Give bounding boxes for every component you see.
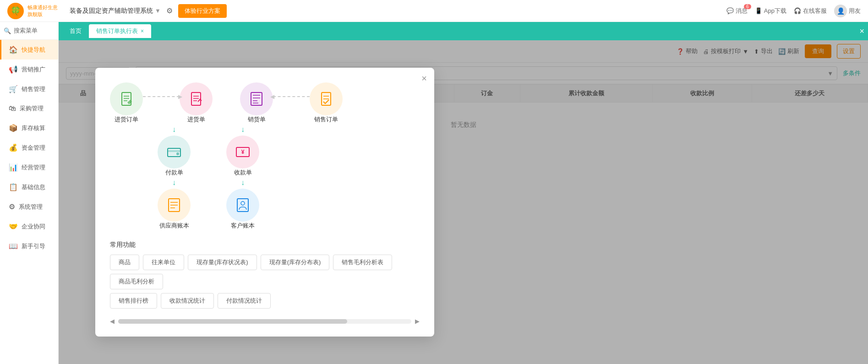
- sidebar-item-operation[interactable]: 📊 经营管理: [0, 158, 58, 177]
- common-btn-stock-status[interactable]: 现存量(库存状况表): [188, 255, 257, 270]
- sidebar-item-system[interactable]: ⚙ 系统管理: [0, 197, 58, 217]
- sidebar-item-newbie[interactable]: 📖 新手引导: [0, 236, 58, 256]
- common-buttons-row2: 销售排行榜 收款情况统计 付款情况统计: [110, 293, 420, 309]
- common-btn-product[interactable]: 商品: [110, 255, 139, 270]
- payment-icon: [158, 136, 191, 168]
- common-buttons-row1: 商品 往来单位 现存量(库存状况表) 现存量(库存分布表) 销售毛利分析表 商品…: [110, 255, 420, 289]
- user-menu[interactable]: 👤 用友: [834, 5, 861, 17]
- trial-button[interactable]: 体验行业方案: [178, 4, 227, 18]
- logo-icon: 🍀: [7, 3, 24, 19]
- message-badge: 6: [744, 4, 751, 9]
- receipt-node[interactable]: ¥ 收款单: [226, 136, 259, 177]
- sidebar-item-marketing[interactable]: 📢 营销推广: [0, 60, 58, 79]
- system-icon: ⚙: [9, 202, 15, 211]
- purchase-bill-icon: [180, 82, 213, 115]
- supplier-account-label: 供应商账本: [159, 222, 189, 230]
- logo-text: 畅康通好生意 旗舰版: [27, 4, 58, 17]
- svg-point-18: [176, 152, 179, 155]
- inventory-icon: 📦: [9, 124, 18, 132]
- svg-point-26: [241, 201, 245, 205]
- modal-dialog: × 进货订: [95, 68, 434, 337]
- customer-account-node[interactable]: 客户账本: [226, 189, 259, 230]
- svg-text:¥: ¥: [241, 149, 245, 155]
- scroll-left-icon[interactable]: ◀: [110, 318, 115, 325]
- top-bar: 🍀 畅康通好生意 旗舰版 装备及固定资产辅助管理系统 ▼ ⚙ 体验行业方案 💬 …: [0, 0, 868, 22]
- cooperation-icon: 🤝: [9, 222, 18, 231]
- common-functions-section: 常用功能 商品 往来单位 现存量(库存状况表) 现存量(库存分布表) 销售毛利分…: [110, 241, 420, 309]
- purchase-bill-label: 进货单: [187, 115, 205, 124]
- page-content: ❓ 帮助 🖨 按模板打印 ▼ ⬆ 导出 🔄: [59, 40, 868, 364]
- common-btn-sales-margin[interactable]: 销售毛利分析表: [333, 255, 392, 270]
- service-icon: 🎧: [794, 7, 801, 14]
- content-area: 首页 销售订单执行表 × × ❓ 帮助: [59, 22, 868, 364]
- basic-icon: 📋: [9, 183, 18, 191]
- download-icon: 📱: [755, 7, 762, 14]
- message-icon: 💬: [726, 7, 734, 14]
- svg-rect-8: [251, 92, 262, 105]
- modal-close-btn[interactable]: ×: [421, 73, 427, 84]
- common-btn-stock-dist[interactable]: 现存量(库存分布表): [261, 255, 330, 270]
- sidebar-item-finance[interactable]: 💰 资金管理: [0, 138, 58, 158]
- svg-rect-4: [191, 92, 201, 105]
- operation-icon: 📊: [9, 163, 18, 172]
- sales-order-node[interactable]: 销售订单: [310, 82, 343, 124]
- logo-area: 🍀 畅康通好生意 旗舰版: [7, 3, 66, 19]
- receipt-label: 收款单: [234, 168, 252, 177]
- sidebar-item-basic-info[interactable]: 📋 基础信息: [0, 177, 58, 197]
- app-download-btn[interactable]: 📱 App下载: [755, 7, 786, 15]
- sales-order-icon: [310, 82, 343, 115]
- common-btn-payment-stats[interactable]: 付款情况统计: [218, 293, 271, 309]
- main-area: 🔍 搜索菜单 🏠 快捷导航 📢 营销推广 🛒 销售管理 🛍 采购管理 📦: [0, 22, 868, 364]
- tab-sales-order[interactable]: 销售订单执行表 ×: [89, 24, 151, 38]
- common-btn-counterpart[interactable]: 往来单位: [143, 255, 184, 270]
- receipt-icon: ¥: [226, 136, 259, 168]
- common-functions-title: 常用功能: [110, 241, 420, 249]
- marketing-icon: 📢: [9, 65, 18, 74]
- scroll-right-icon[interactable]: ▶: [415, 318, 420, 325]
- scrollbar-track[interactable]: [118, 319, 411, 324]
- sales-icon: 🛒: [9, 85, 18, 93]
- flow-diagram: 进货订单 ▶: [110, 82, 420, 230]
- purchase-bill-node[interactable]: 进货单: [180, 82, 213, 124]
- tab-home[interactable]: 首页: [62, 24, 89, 38]
- app-container: 🍀 畅康通好生意 旗舰版 装备及固定资产辅助管理系统 ▼ ⚙ 体验行业方案 💬 …: [0, 0, 868, 364]
- message-btn[interactable]: 💬 消息 6: [726, 7, 748, 15]
- sidebar-item-cooperation[interactable]: 🤝 企业协同: [0, 217, 58, 236]
- common-btn-product-margin[interactable]: 商品毛利分析: [110, 274, 163, 289]
- purchase-order-icon: [110, 82, 143, 115]
- scroll-row: ◀ ▶: [110, 318, 420, 325]
- sales-bill-icon: [240, 82, 273, 115]
- settings-icon[interactable]: ⚙: [166, 6, 173, 15]
- finance-icon: 💰: [9, 143, 18, 152]
- tab-bar-close[interactable]: ×: [859, 27, 864, 36]
- sidebar-item-sales[interactable]: 🛒 销售管理: [0, 79, 58, 99]
- top-right: 💬 消息 6 📱 App下载 🎧 在线客服 👤 用友: [726, 5, 861, 17]
- tab-bar: 首页 销售订单执行表 × ×: [59, 22, 868, 40]
- sidebar-item-quick-nav[interactable]: 🏠 快捷导航: [0, 40, 58, 60]
- purchase-order-node[interactable]: 进货订单: [110, 82, 143, 124]
- supplier-account-node[interactable]: 供应商账本: [158, 189, 191, 230]
- sales-bill-node[interactable]: 销货单: [240, 82, 273, 124]
- dropdown-icon[interactable]: ▼: [155, 7, 161, 14]
- tab-close-icon[interactable]: ×: [141, 28, 144, 34]
- home-icon: 🏠: [9, 45, 18, 54]
- sidebar: 🔍 搜索菜单 🏠 快捷导航 📢 营销推广 🛒 销售管理 🛍 采购管理 📦: [0, 22, 59, 364]
- sidebar-item-purchase[interactable]: 🛍 采购管理: [0, 99, 58, 118]
- svg-rect-16: [168, 148, 180, 157]
- newbie-icon: 📖: [9, 242, 18, 250]
- scrollbar-thumb: [118, 319, 347, 324]
- common-btn-receipt-stats[interactable]: 收款情况统计: [161, 293, 214, 309]
- customer-account-icon: [226, 189, 259, 222]
- sales-order-label: 销售订单: [314, 115, 338, 124]
- system-title: 装备及固定资产辅助管理系统: [70, 7, 153, 15]
- payment-node[interactable]: 付款单: [158, 136, 191, 177]
- modal-overlay: × 进货订: [59, 40, 868, 364]
- avatar: 👤: [834, 5, 847, 17]
- common-btn-sales-rank[interactable]: 销售排行榜: [110, 293, 157, 309]
- supplier-account-icon: [158, 189, 191, 222]
- search-menu-btn[interactable]: 🔍 搜索菜单: [0, 22, 58, 40]
- svg-rect-17: [168, 150, 180, 152]
- online-service-btn[interactable]: 🎧 在线客服: [794, 7, 827, 15]
- purchase-icon: 🛍: [9, 104, 16, 113]
- sidebar-item-inventory[interactable]: 📦 库存核算: [0, 118, 58, 138]
